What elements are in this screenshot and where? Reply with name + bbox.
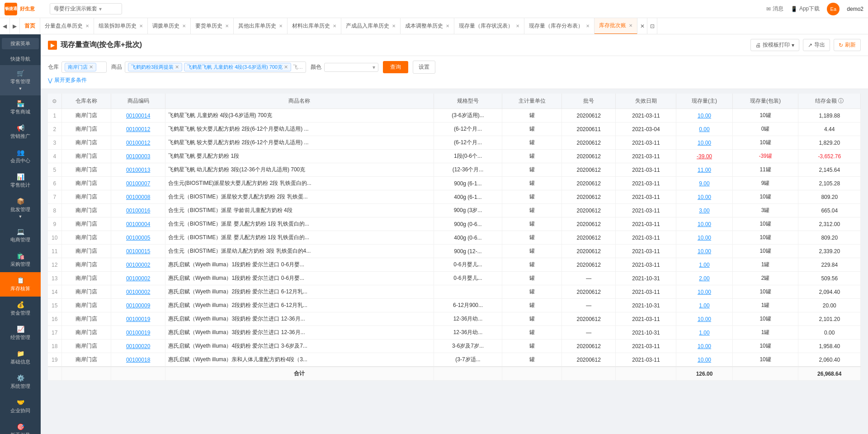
cell-qty-main-9[interactable]: 10.00: [676, 231, 732, 245]
quick-nav-button[interactable]: 快捷导航: [0, 53, 41, 65]
warehouse-tag-close-icon[interactable]: ✕: [89, 64, 93, 70]
cell-code-0[interactable]: 00100014: [111, 109, 165, 123]
cell-code-13[interactable]: 00100002: [111, 285, 165, 299]
search-menu-button[interactable]: 搜索英单: [2, 38, 39, 49]
tab-prev-button[interactable]: ◀: [0, 18, 10, 34]
tab-expand-button[interactable]: ⊡: [647, 18, 657, 34]
cell-qty-main-0[interactable]: 10.00: [676, 109, 732, 123]
cell-qty-main-12[interactable]: 2.00: [676, 272, 732, 285]
tab-zu-chai[interactable]: 组装拆卸单历史 ✕: [94, 18, 148, 34]
tab-home[interactable]: 首页: [20, 18, 40, 34]
message-button[interactable]: ✉ 消息: [766, 5, 783, 13]
settings-button[interactable]: 设置: [413, 61, 435, 74]
sidebar-item-jingying[interactable]: 📈 经营管理: [0, 321, 41, 345]
tab-close-fen-pan[interactable]: ✕: [85, 24, 89, 28]
tab-close-qi-ta[interactable]: ✕: [279, 24, 283, 28]
product-tag-1-close-icon[interactable]: ✕: [175, 64, 179, 70]
expand-conditions-button[interactable]: ⋁ 展开更多条件: [48, 76, 861, 84]
cell-code-14[interactable]: 00100009: [111, 299, 165, 312]
sidebar-item-lingshouguan[interactable]: 🛒 零售管理 ▼: [0, 65, 41, 95]
sidebar-item-huiyuan[interactable]: 👥 会员中心: [0, 144, 41, 169]
tab-yao-huo[interactable]: 要货单历史 ✕: [191, 18, 234, 34]
template-print-button[interactable]: 🖨 按模板打印 ▾: [750, 39, 799, 51]
sidebar-item-xinshou[interactable]: 🎯 新手引导: [0, 419, 41, 434]
tab-tiao-bo[interactable]: 调拨单历史 ✕: [148, 18, 191, 34]
tab-close-all-button[interactable]: ✕: [637, 18, 647, 34]
cell-qty-main-4[interactable]: 11.00: [676, 163, 732, 177]
cell-qty-main-6[interactable]: 10.00: [676, 190, 732, 204]
search-button[interactable]: 查询: [383, 61, 408, 73]
cell-code-5[interactable]: 00100007: [111, 177, 165, 190]
tab-close-xian-cun-fen[interactable]: ✕: [586, 24, 590, 28]
cell-qty-main-8[interactable]: 10.00: [676, 217, 732, 231]
tab-close-ku-cun-pi[interactable]: ✕: [629, 23, 632, 28]
tab-close-cai-liao[interactable]: ✕: [333, 24, 336, 28]
cell-code-18[interactable]: 00100018: [111, 353, 165, 367]
tab-cai-liao[interactable]: 材料出库单历史 ✕: [288, 18, 341, 34]
tab-next-button[interactable]: ▶: [10, 18, 20, 34]
cell-code-17[interactable]: 00100020: [111, 340, 165, 353]
refresh-button[interactable]: ↻ 刷新: [834, 39, 861, 51]
cell-qty-main-1[interactable]: 0.00: [676, 123, 732, 136]
sidebar-toggle-button[interactable]: ▶: [48, 41, 57, 50]
cell-qty-main-2[interactable]: 10.00: [676, 136, 732, 150]
product-tags[interactable]: 飞鹤奶粉3段两提装 ✕ 飞鹤星飞帆 儿童奶粉 4段(3-6岁适用) 700克 ✕…: [125, 61, 306, 73]
tab-qi-ta[interactable]: 其他出库单历史 ✕: [234, 18, 288, 34]
sidebar-item-xitong[interactable]: ⚙️ 系统管理: [0, 370, 41, 394]
cell-qty-main-16[interactable]: 1.00: [676, 326, 732, 340]
sidebar-item-kucun[interactable]: 📋 库存核算: [0, 272, 41, 297]
cell-code-2[interactable]: 00100012: [111, 136, 165, 150]
tab-chan-pin[interactable]: 产成品入库单历史 ✕: [341, 18, 401, 34]
tab-close-chan-pin[interactable]: ✕: [392, 24, 396, 28]
tab-close-cheng-ben[interactable]: ✕: [446, 24, 449, 28]
cell-qty-main-15[interactable]: 10.00: [676, 312, 732, 326]
export-button[interactable]: ↗ 导出: [803, 39, 830, 51]
tab-close-tiao-bo[interactable]: ✕: [182, 24, 186, 28]
cell-code-16[interactable]: 00100019: [111, 326, 165, 340]
cell-qty-main-10[interactable]: 10.00: [676, 245, 732, 258]
company-selector[interactable]: 母婴行业演示账套 ▾: [50, 3, 122, 14]
cell-code-10[interactable]: 00100015: [111, 245, 165, 258]
sidebar-item-pifaguan[interactable]: 📦 批发管理 ▼: [0, 193, 41, 223]
cell-code-6[interactable]: 00100008: [111, 190, 165, 204]
tab-close-zu-chai[interactable]: ✕: [139, 24, 143, 28]
tab-close-xian-cun-ku[interactable]: ✕: [516, 24, 519, 28]
cell-code-8[interactable]: 00100004: [111, 217, 165, 231]
cell-code-1[interactable]: 00100012: [111, 123, 165, 136]
cell-code-7[interactable]: 00100016: [111, 204, 165, 217]
cell-qty-main-14[interactable]: 1.00: [676, 299, 732, 312]
product-tag-2-close-icon[interactable]: ✕: [284, 64, 288, 70]
sidebar-item-lingshouu[interactable]: 📊 零售统计: [0, 169, 41, 193]
cell-code-12[interactable]: 00100002: [111, 272, 165, 285]
avatar[interactable]: Ea: [827, 3, 840, 15]
cell-code-3[interactable]: 00100003: [111, 150, 165, 163]
sidebar-item-lingshoushangcheng[interactable]: 🏪 零售商城: [0, 95, 41, 120]
cell-code-4[interactable]: 00100013: [111, 163, 165, 177]
tab-cheng-ben[interactable]: 成本调整单历史 ✕: [401, 18, 454, 34]
tab-xian-cun-ku[interactable]: 现存量（库存状况表） ✕: [454, 18, 524, 34]
tab-close-yao-huo[interactable]: ✕: [225, 24, 229, 28]
tab-fen-pan[interactable]: 分量盘点单历史 ✕: [40, 18, 94, 34]
cell-qty-main-7[interactable]: 3.00: [676, 204, 732, 217]
cell-code-15[interactable]: 00100019: [111, 312, 165, 326]
sidebar-item-dianshang[interactable]: 💻 电商管理: [0, 223, 41, 248]
tab-ku-cun-pi[interactable]: 库存批次账 ✕: [594, 18, 637, 34]
cell-qty-main-18[interactable]: 10.00: [676, 353, 732, 367]
sidebar-item-caigou[interactable]: 🛍️ 采购管理: [0, 248, 41, 272]
cell-qty-main-13[interactable]: 10.00: [676, 285, 732, 299]
warehouse-tags[interactable]: 南岸门店 ✕: [61, 61, 107, 73]
cell-code-11[interactable]: 00100002: [111, 258, 165, 272]
tab-xian-cun-fen[interactable]: 现存量（库存分布表） ✕: [524, 18, 594, 34]
color-input[interactable]: ▾: [324, 63, 378, 72]
app-download-button[interactable]: 📱 App下载: [791, 5, 820, 13]
cell-qty-main-5[interactable]: 9.00: [676, 177, 732, 190]
column-setting-icon[interactable]: ⚙: [52, 98, 57, 104]
cell-qty-main-11[interactable]: 1.00: [676, 258, 732, 272]
cell-qty-main-3[interactable]: -39.00: [676, 150, 732, 163]
cell-code-9[interactable]: 00100005: [111, 231, 165, 245]
cell-qty-main-17[interactable]: 10.00: [676, 340, 732, 353]
sidebar-item-yingxiao[interactable]: 📢 营销推广: [0, 120, 41, 144]
sidebar-item-jichu[interactable]: 📁 基础信息: [0, 345, 41, 370]
sidebar-item-qiye[interactable]: 🤝 企业协同: [0, 394, 41, 419]
sidebar-item-zijin[interactable]: 💰 资金管理: [0, 297, 41, 321]
